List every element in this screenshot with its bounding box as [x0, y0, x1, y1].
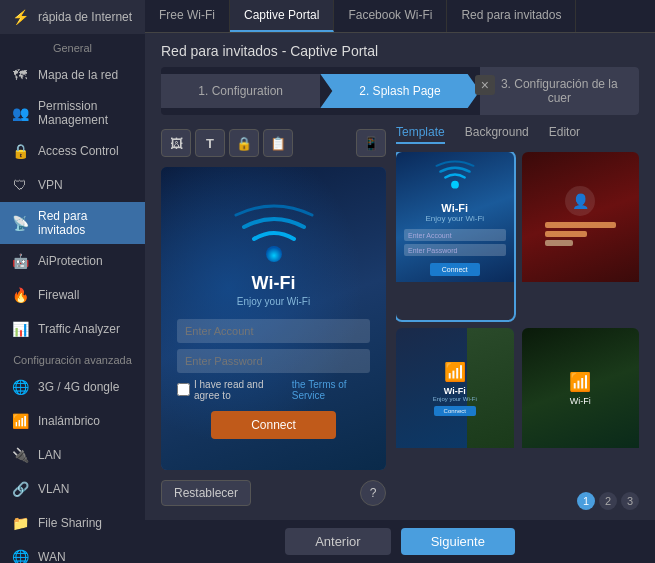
lan-icon: 🔌 — [10, 445, 30, 465]
sidebar: ⚡ rápida de Internet General 🗺 Mapa de l… — [0, 0, 145, 563]
sidebar-section-general: General — [0, 34, 145, 58]
pagination: 1 2 3 — [396, 486, 639, 510]
tab-red[interactable]: Red para invitados — [447, 0, 576, 32]
splash-area: 🖼 T 🔒 📋 📱 — [161, 125, 639, 510]
image-icon-btn[interactable]: 🖼 — [161, 129, 191, 157]
sidebar-item-lan[interactable]: 🔌 LAN — [0, 438, 145, 472]
vlan-icon: 🔗 — [10, 479, 30, 499]
sidebar-item-red[interactable]: 📡 Red para invitados — [0, 202, 145, 244]
tmpl2-line1 — [545, 222, 616, 228]
preview-content: Wi-Fi Enjoy your Wi-Fi I have read and a… — [177, 199, 370, 439]
tab-captive[interactable]: Captive Portal — [230, 0, 334, 32]
sidebar-item-vpn[interactable]: 🛡 VPN — [0, 168, 145, 202]
template-1[interactable]: Wi-Fi Enjoy your Wi-Fi Enter Account Ent… — [396, 152, 514, 320]
tab-facebook[interactable]: Facebook Wi-Fi — [334, 0, 447, 32]
tmpl2-line3 — [545, 240, 573, 246]
tmpl3-connect: Connect — [434, 406, 476, 416]
template-4[interactable]: 📶 Wi-Fi — [522, 328, 640, 486]
tmpl3-sub: Enjoy your Wi-Fi — [433, 396, 477, 402]
wizard-step-config[interactable]: 1. Configuration — [161, 74, 320, 108]
template-2[interactable]: 👤 — [522, 152, 640, 320]
access-icon: 🔒 — [10, 141, 30, 161]
preview-wifi-title: Wi-Fi — [252, 273, 296, 294]
sidebar-item-filesharing-label: File Sharing — [38, 516, 102, 530]
wireless-icon: 📶 — [10, 411, 30, 431]
sidebar-item-firewall[interactable]: 🔥 Firewall — [0, 278, 145, 312]
sidebar-item-vlan[interactable]: 🔗 VLAN — [0, 472, 145, 506]
wifi-logo — [234, 199, 314, 269]
wizard-step-splash[interactable]: 2. Splash Page — [320, 74, 479, 108]
main-panel: Free Wi-Fi Captive Portal Facebook Wi-Fi… — [145, 0, 655, 563]
red-icon: 📡 — [10, 213, 30, 233]
sidebar-item-wan-label: WAN — [38, 550, 66, 563]
rapida-icon: ⚡ — [10, 7, 30, 27]
sidebar-item-mapa[interactable]: 🗺 Mapa de la red — [0, 58, 145, 92]
connect-button[interactable]: Connect — [211, 411, 336, 439]
mapa-icon: 🗺 — [10, 65, 30, 85]
terms-link[interactable]: the Terms of Service — [292, 379, 370, 401]
sidebar-item-red-label: Red para invitados — [38, 209, 135, 237]
tmpl2-user-icon: 👤 — [565, 186, 595, 216]
vpn-icon: 🛡 — [10, 175, 30, 195]
sidebar-section-avanzada: Configuración avanzada — [0, 346, 145, 370]
sidebar-item-wan[interactable]: 🌐 WAN — [0, 540, 145, 563]
preview-account-input[interactable] — [177, 319, 370, 343]
filesharing-icon: 📁 — [10, 513, 30, 533]
tab-editor[interactable]: Editor — [549, 125, 580, 144]
close-wizard-button[interactable]: × — [475, 75, 495, 95]
tmpl3-title: Wi-Fi — [444, 386, 466, 396]
sidebar-item-dongle[interactable]: 🌐 3G / 4G dongle — [0, 370, 145, 404]
sidebar-item-firewall-label: Firewall — [38, 288, 79, 302]
sidebar-item-filesharing[interactable]: 📁 File Sharing — [0, 506, 145, 540]
tmpl1-title: Wi-Fi — [441, 202, 468, 214]
sidebar-item-access[interactable]: 🔒 Access Control — [0, 134, 145, 168]
templates-grid: Wi-Fi Enjoy your Wi-Fi Enter Account Ent… — [396, 152, 639, 486]
prev-button[interactable]: Anterior — [285, 528, 391, 555]
preview-password-input[interactable] — [177, 349, 370, 373]
sidebar-item-lan-label: LAN — [38, 448, 61, 462]
template-tabs: Template Background Editor — [396, 125, 639, 144]
sidebar-item-vpn-label: VPN — [38, 178, 63, 192]
next-button[interactable]: Siguiente — [401, 528, 515, 555]
tmpl2-line2 — [545, 231, 588, 237]
tmpl1-sub: Enjoy your Wi-Fi — [425, 214, 484, 223]
tmpl1-input2: Enter Password — [404, 244, 506, 256]
wizard-step-confirm[interactable]: 3. Configuración de la cuer — [480, 67, 639, 115]
checkbox-text: I have read and agree to — [194, 379, 288, 401]
preview-card: Wi-Fi Enjoy your Wi-Fi I have read and a… — [161, 167, 386, 470]
sidebar-item-traffic-label: Traffic Analyzer — [38, 322, 120, 336]
sidebar-item-permission[interactable]: 👥 Permission Management — [0, 92, 145, 134]
sidebar-item-access-label: Access Control — [38, 144, 119, 158]
lock-icon-btn[interactable]: 🔒 — [229, 129, 259, 157]
tab-freewifi[interactable]: Free Wi-Fi — [145, 0, 230, 32]
phone-icon-btn[interactable]: 📱 — [356, 129, 386, 157]
sidebar-item-wireless-label: Inalámbrico — [38, 414, 100, 428]
tmpl4-title: Wi-Fi — [570, 396, 591, 406]
copy-icon-btn[interactable]: 📋 — [263, 129, 293, 157]
sidebar-item-ai[interactable]: 🤖 AiProtection — [0, 244, 145, 278]
terms-checkbox[interactable] — [177, 383, 190, 396]
sidebar-item-traffic[interactable]: 📊 Traffic Analyzer — [0, 312, 145, 346]
preview-checkbox-row: I have read and agree to the Terms of Se… — [177, 379, 370, 401]
tmpl3-wifi-icon: 📶 — [444, 361, 466, 383]
sidebar-item-rapida[interactable]: ⚡ rápida de Internet — [0, 0, 145, 34]
templates-panel: Template Background Editor — [396, 125, 639, 510]
help-button[interactable]: ? — [360, 480, 386, 506]
page-2[interactable]: 2 — [599, 492, 617, 510]
tab-template[interactable]: Template — [396, 125, 445, 144]
restore-button[interactable]: Restablecer — [161, 480, 251, 506]
sidebar-item-wireless[interactable]: 📶 Inalámbrico — [0, 404, 145, 438]
firewall-icon: 🔥 — [10, 285, 30, 305]
tab-background[interactable]: Background — [465, 125, 529, 144]
template-3[interactable]: 📶 Wi-Fi Enjoy your Wi-Fi Connect — [396, 328, 514, 486]
tmpl1-wifi-icon — [435, 158, 475, 198]
page-1[interactable]: 1 — [577, 492, 595, 510]
text-icon-btn[interactable]: T — [195, 129, 225, 157]
permission-icon: 👥 — [10, 103, 30, 123]
svg-point-0 — [266, 246, 282, 262]
sidebar-item-rapida-label: rápida de Internet — [38, 10, 132, 24]
sidebar-item-dongle-label: 3G / 4G dongle — [38, 380, 119, 394]
preview-wifi-subtitle: Enjoy your Wi-Fi — [237, 296, 310, 307]
page-3[interactable]: 3 — [621, 492, 639, 510]
bottom-nav: Anterior Siguiente — [145, 520, 655, 563]
